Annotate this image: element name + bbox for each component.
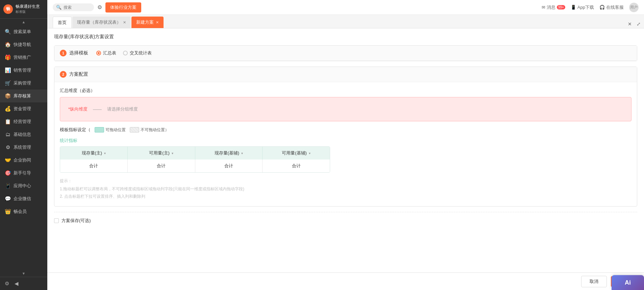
collapse-icon[interactable]: ◀ <box>15 281 19 287</box>
sidebar-item-purchase[interactable]: 🛒 采购管理 <box>0 77 47 90</box>
sidebar-scroll-up[interactable]: ▲ <box>0 19 47 25</box>
sidebar-scroll-down[interactable]: ▼ <box>0 270 47 277</box>
tab-new-plan[interactable]: 新建方案 ✕ <box>131 17 164 28</box>
cancel-button[interactable]: 取消 <box>581 276 607 287</box>
step1-section: 1 选择模板 汇总表 交叉统计表 <box>54 45 637 61</box>
indicator-label: 模板指标设定（ <box>60 127 91 133</box>
brand-text-block: 畅康通好生意 标准版 <box>16 4 40 14</box>
search-box[interactable]: 🔍 <box>53 3 94 11</box>
sidebar-bottom: ⚙ ◀ <box>0 277 47 290</box>
cell-value: 合计 <box>224 163 233 169</box>
brand-name: 畅康通好生意 <box>16 4 40 9</box>
sidebar-item-sales[interactable]: 📊 销售管理 <box>0 64 47 77</box>
sidebar-item-base[interactable]: 🗂 基础信息 <box>0 128 47 141</box>
member-icon: 👑 <box>5 209 11 215</box>
sidebar-item-label: 企业协同 <box>14 157 31 163</box>
sidebar-item-inventory[interactable]: 📦 库存核算 <box>0 90 47 102</box>
sidebar-item-marketing[interactable]: 🎁 营销推广 <box>0 51 47 64</box>
message-label: 消息 <box>547 4 555 10</box>
sidebar-item-search[interactable]: 🔍 搜索菜单 <box>0 25 47 38</box>
tab-close-icon[interactable]: ✕ <box>156 20 159 25</box>
sidebar-item-label: 畅会员 <box>14 209 27 215</box>
industry-btn[interactable]: 体验行业方案 <box>105 2 141 13</box>
dimension-box[interactable]: *纵向维度 —— 请选择分组维度 <box>60 97 631 121</box>
sidebar-nav: 🔍 搜索菜单 🏠 快捷导航 🎁 营销推广 📊 销售管理 🛒 采购管理 📦 库存核… <box>0 25 47 270</box>
search-input[interactable] <box>64 5 91 10</box>
cell-value: 合计 <box>157 163 166 169</box>
wechat-icon: 💬 <box>5 196 11 202</box>
chevron-down-icon: ▾ <box>309 151 311 155</box>
topbar-right: ✉ 消息 99+ 📱 App下载 🎧 在线客服 用户 <box>542 3 639 12</box>
window-expand-btn[interactable]: ⤢ <box>635 20 643 28</box>
tips-section: 提示： 1.拖动标题栏可以调整布局，不可跨维度或指标区域拖动列字段(只能在同一维… <box>60 178 631 199</box>
stats-header-usable-main[interactable]: 可用量(主) ▾ <box>128 147 195 160</box>
sidebar-item-apps[interactable]: 📱 应用中心 <box>0 179 47 192</box>
search-icon: 🔍 <box>56 5 61 10</box>
save-option-label: 方案保存(可选) <box>61 218 91 224</box>
header-label: 现存量(主) <box>82 150 102 156</box>
stats-header-row: 现存量(主) ▾ 可用量(主) ▾ 现存量(基辅) ▾ 可用量(基辅) <box>60 147 330 160</box>
avatar[interactable]: 用户 <box>629 3 639 12</box>
radio-summary[interactable]: 汇总表 <box>96 50 116 56</box>
fixed-box <box>130 127 139 132</box>
step1-header: 1 选择模板 汇总表 交叉统计表 <box>54 46 637 61</box>
main-content: 🔍 ⚙ 体验行业方案 ✉ 消息 99+ 📱 App下载 🎧 在线客服 用户 <box>47 0 644 290</box>
app-download-button[interactable]: 📱 App下载 <box>571 4 594 10</box>
page-title: 现存量(库存状况表)方案设置 <box>54 34 637 40</box>
stats-header-current-aux[interactable]: 现存量(基辅) ▾ <box>195 147 263 160</box>
chevron-down-icon: ▾ <box>241 151 243 155</box>
sidebar-item-guide[interactable]: 🎯 新手引导 <box>0 167 47 179</box>
tab-home[interactable]: 首页 <box>53 17 72 28</box>
tab-inventory-status[interactable]: 现存量（库存状况表） ✕ <box>72 17 131 28</box>
sidebar-item-label: 营销推广 <box>14 54 31 61</box>
draggable-chip: 可拖动位置 <box>95 127 126 133</box>
service-label: 在线客服 <box>606 4 624 10</box>
message-button[interactable]: ✉ 消息 99+ <box>542 4 565 10</box>
draggable-label: 可拖动位置 <box>105 127 126 133</box>
ai-float-button[interactable]: Ai <box>612 275 644 290</box>
settings-icon[interactable]: ⚙ <box>5 281 9 287</box>
chevron-down-icon: ▾ <box>172 151 173 155</box>
step2-section: 2 方案配置 汇总维度（必选） *纵向维度 —— 请选择分组维度 模板指标设定（ <box>54 67 637 207</box>
stats-header-current-main[interactable]: 现存量(主) ▾ <box>60 147 128 160</box>
online-service-button[interactable]: 🎧 在线客服 <box>599 4 624 10</box>
tip-item-2: 2. 点击标题栏下拉可设置排序、插入列和删除列 <box>60 193 631 199</box>
finance-icon: 💰 <box>5 106 11 112</box>
base-icon: 🗂 <box>5 131 11 137</box>
stats-data-row: 合计 合计 合计 合计 <box>60 160 330 172</box>
sidebar-item-label: 快捷导航 <box>14 42 31 48</box>
tab-new-plan-label: 新建方案 <box>136 19 154 25</box>
header-label: 可用量(基辅) <box>282 150 307 156</box>
sidebar: 畅 畅康通好生意 标准版 ▲ 🔍 搜索菜单 🏠 快捷导航 🎁 营销推广 📊 销售… <box>0 0 47 290</box>
indicator-row: 模板指标设定（ 可拖动位置 不可拖动位置） <box>60 127 631 133</box>
tip-item-1: 1.拖动标题栏可以调整布局，不可跨维度或指标区域拖动列字段(只能在同一维度或指标… <box>60 186 631 192</box>
settings-icon[interactable]: ⚙ <box>97 4 102 10</box>
sidebar-item-label: 基础信息 <box>14 131 31 138</box>
sidebar-item-wechat[interactable]: 💬 企业微信 <box>0 192 47 205</box>
sidebar-item-finance[interactable]: 💰 资金管理 <box>0 102 47 115</box>
inventory-icon: 📦 <box>5 93 11 99</box>
sidebar-item-member[interactable]: 👑 畅会员 <box>0 205 47 218</box>
system-icon: ⚙ <box>5 144 11 150</box>
sidebar-item-operations[interactable]: 📋 经营管理 <box>0 115 47 128</box>
tab-close-icon[interactable]: ✕ <box>123 20 126 25</box>
window-close-btn[interactable]: ✕ <box>626 20 634 28</box>
dim-arrow: —— <box>93 107 102 112</box>
sidebar-item-contract[interactable]: 🤝 企业协同 <box>0 154 47 167</box>
brand-header: 畅 畅康通好生意 标准版 <box>0 0 47 19</box>
phone-icon: 📱 <box>571 5 576 10</box>
sidebar-item-system[interactable]: ⚙ 系统管理 <box>0 141 47 154</box>
brand-tag: 标准版 <box>16 9 40 14</box>
draggable-box <box>95 127 104 132</box>
purchase-icon: 🛒 <box>5 80 11 86</box>
stats-cell-2: 合计 <box>195 160 263 172</box>
template-radio-group: 汇总表 交叉统计表 <box>96 50 152 56</box>
apps-icon: 📱 <box>5 183 11 189</box>
sidebar-item-nav[interactable]: 🏠 快捷导航 <box>0 38 47 51</box>
step1-badge: 1 <box>60 50 67 56</box>
stats-header-usable-aux[interactable]: 可用量(基辅) ▾ <box>263 147 330 160</box>
save-checkbox[interactable] <box>54 218 59 223</box>
sidebar-item-label: 经营管理 <box>14 119 31 125</box>
sidebar-item-label: 应用中心 <box>14 183 31 189</box>
radio-cross[interactable]: 交叉统计表 <box>123 50 152 56</box>
